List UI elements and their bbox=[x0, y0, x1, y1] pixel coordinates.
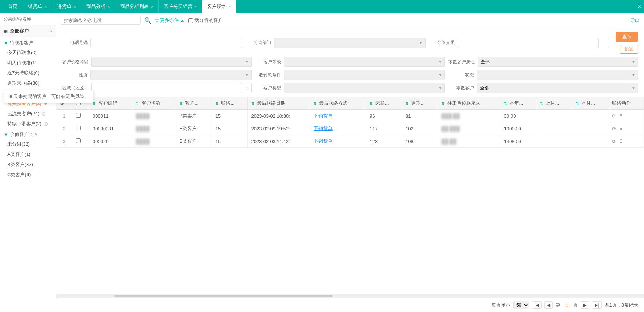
tab-customer-segment[interactable]: 客户分层经营 × bbox=[159, 0, 202, 13]
th-last-date[interactable]: ⇅ 最后联络日期 bbox=[247, 97, 310, 110]
th-this-year[interactable]: ⇅ 本年... bbox=[500, 97, 536, 110]
sidebar-item-tomorrow[interactable]: 明天待联络(1) bbox=[0, 58, 56, 68]
sidebar-group-pending[interactable]: ▼ 待联络客户 bbox=[0, 37, 56, 48]
dept-field: 分管部门 ▼ bbox=[246, 38, 426, 48]
horizontal-scrollbar[interactable] bbox=[56, 294, 644, 298]
close-analysis-tab[interactable]: × bbox=[108, 4, 110, 9]
th-contact[interactable]: ⇅ 联络... bbox=[212, 97, 247, 110]
tab-analysis-list[interactable]: 商品分析列表 × bbox=[115, 0, 158, 13]
sidebar-item-class-b[interactable]: B类客户(33) bbox=[0, 159, 56, 170]
filter-icon: ▽ bbox=[155, 18, 159, 23]
sidebar-item-class-a[interactable]: A类客户(1) bbox=[0, 149, 56, 159]
my-customers-checkbox[interactable] bbox=[188, 18, 193, 23]
th-unit-contact[interactable]: ⇅ 往来单位联系人 bbox=[438, 97, 500, 110]
th-code[interactable]: ⇅ 客户编码 bbox=[89, 97, 132, 110]
row-check-2[interactable] bbox=[76, 126, 81, 130]
tab-customer-contact[interactable]: 客户联络 × bbox=[202, 0, 236, 13]
sidebar-search-input[interactable] bbox=[4, 16, 56, 21]
sidebar-item-ungroup[interactable]: 未分组(32) bbox=[0, 139, 56, 149]
row-action-3[interactable]: ⟳ ⠿ bbox=[608, 135, 644, 148]
tab-home[interactable]: 首页 bbox=[3, 0, 23, 13]
settings-btn[interactable]: 设置 bbox=[620, 45, 638, 54]
close-analysis-list-tab[interactable]: × bbox=[151, 4, 153, 9]
th-last-month[interactable]: ⇅ 上月... bbox=[536, 97, 572, 110]
row-check-1[interactable] bbox=[76, 113, 81, 118]
zero-customer-select[interactable]: 全部 bbox=[477, 83, 638, 93]
row-code-1: 000011 bbox=[89, 110, 132, 122]
close-purchase-tab[interactable]: × bbox=[73, 4, 76, 9]
next-page-btn[interactable]: ▶ bbox=[581, 301, 589, 309]
nature-select[interactable] bbox=[90, 70, 252, 80]
zero-attr-select[interactable]: 全部 bbox=[478, 57, 638, 67]
last-page-btn[interactable]: ▶| bbox=[592, 301, 601, 309]
value-edit-icon[interactable]: ✎ bbox=[34, 132, 37, 137]
person-input[interactable] bbox=[458, 38, 598, 48]
first-page-btn[interactable]: |◀ bbox=[532, 301, 542, 309]
prev-page-btn[interactable]: ◀ bbox=[544, 301, 553, 309]
th-this-month[interactable]: ⇅ 本月... bbox=[572, 97, 608, 110]
adv-filter-row-1: 电话号码 分管部门 ▼ 分管人员 … 查询 设置 bbox=[62, 32, 638, 54]
close-contact-tab[interactable]: × bbox=[228, 4, 230, 9]
query-btn[interactable]: 查询 bbox=[616, 32, 638, 42]
value-refresh-icon[interactable]: ↻ bbox=[30, 132, 33, 137]
all-customers-header[interactable]: ⊞ 全部客户 « bbox=[0, 25, 56, 37]
th-not-contacted[interactable]: ⇅ 未联... bbox=[366, 97, 402, 110]
row-uc-3: ██ ██ bbox=[438, 135, 500, 148]
tab-purchase[interactable]: 进货单 × bbox=[52, 0, 81, 13]
filter-search-input[interactable] bbox=[61, 16, 141, 25]
row-checkbox-2[interactable] bbox=[72, 122, 89, 135]
risk-tooltip: 90天未交易的客户，可能有流失风险。 bbox=[4, 90, 56, 103]
row-checkbox-3[interactable] bbox=[72, 135, 89, 148]
region-input[interactable] bbox=[91, 83, 241, 93]
row-method-3[interactable]: 下销货单 bbox=[310, 135, 366, 148]
price-level-select[interactable] bbox=[91, 57, 252, 67]
close-sales-tab[interactable]: × bbox=[44, 4, 47, 9]
status-select[interactable] bbox=[477, 70, 638, 80]
close-segment-tab[interactable]: × bbox=[194, 4, 197, 9]
region-dots-btn[interactable]: … bbox=[241, 83, 252, 93]
tab-analysis[interactable]: 商品分析 × bbox=[81, 0, 115, 13]
page-label: 第 bbox=[556, 302, 560, 308]
row-method-1[interactable]: 下销货单 bbox=[310, 110, 366, 122]
action-link-icon-3[interactable]: ⟳ bbox=[612, 139, 616, 144]
per-page-select[interactable]: 50 bbox=[513, 301, 529, 309]
my-customers-checkbox-label[interactable]: 我分管的客户 bbox=[188, 17, 223, 24]
filter-search-btn[interactable]: 🔍 bbox=[144, 17, 152, 24]
th-last-method[interactable]: ⇅ 最后联络方式 bbox=[310, 97, 366, 110]
sidebar-item-7days[interactable]: 近7天待联络(0) bbox=[0, 68, 56, 78]
action-link-icon-1[interactable]: ⟳ bbox=[612, 113, 616, 119]
customer-level-select[interactable] bbox=[284, 57, 445, 67]
dept-select-wrap: ▼ bbox=[274, 38, 426, 48]
sidebar-item-today[interactable]: 今天待联络(0) bbox=[0, 48, 56, 58]
sidebar-item-overdue[interactable]: 逾期未联络(30) bbox=[0, 78, 56, 88]
row-date-1: 2023-03-02 10:30: bbox=[247, 110, 310, 122]
close-window-btn[interactable]: × bbox=[638, 3, 641, 10]
row-method-2[interactable]: 下销货单 bbox=[310, 122, 366, 135]
payment-select[interactable] bbox=[284, 70, 445, 80]
row-action-1[interactable]: ⟳ ⠿ bbox=[608, 110, 644, 122]
dept-select[interactable] bbox=[274, 38, 426, 48]
sidebar-item-class-c[interactable]: C类客户(6) bbox=[0, 170, 56, 180]
row-check-3[interactable] bbox=[76, 138, 81, 143]
action-more-icon-1[interactable]: ⠿ bbox=[619, 113, 623, 119]
phone-input[interactable] bbox=[90, 38, 242, 48]
action-link-icon-2[interactable]: ⟳ bbox=[612, 126, 616, 131]
row-ty-2: 1000.00 bbox=[500, 122, 536, 135]
person-dots-btn[interactable]: … bbox=[598, 38, 609, 48]
filter-more-btn[interactable]: ▽ 更多条件 ▲ bbox=[155, 17, 185, 24]
sidebar-group-value[interactable]: ▼ 价值客户 ↻ ✎ bbox=[0, 129, 56, 139]
tab-sales[interactable]: 销货单 × bbox=[23, 0, 52, 13]
export-btn[interactable]: ↑ 导出 bbox=[627, 17, 640, 24]
customer-level-select-wrap: ▼ bbox=[284, 57, 445, 67]
action-more-icon-3[interactable]: ⠿ bbox=[619, 139, 623, 144]
row-checkbox-1[interactable] bbox=[72, 110, 89, 122]
sidebar-item-lost[interactable]: 已流失客户(24) ⓘ bbox=[0, 109, 56, 119]
action-more-icon-2[interactable]: ⠿ bbox=[619, 126, 623, 131]
scrollbar-thumb[interactable] bbox=[114, 295, 333, 297]
ctype-select[interactable] bbox=[284, 83, 445, 93]
th-overdue[interactable]: ⇅ 逾期... bbox=[402, 97, 438, 110]
th-name[interactable]: ⇅ 客户名称 bbox=[132, 97, 176, 110]
row-action-2[interactable]: ⟳ ⠿ bbox=[608, 122, 644, 135]
th-type[interactable]: ⇅ 客户... bbox=[176, 97, 212, 110]
sidebar-item-declining[interactable]: 持续下滑客户(2) ⓘ bbox=[0, 119, 56, 129]
